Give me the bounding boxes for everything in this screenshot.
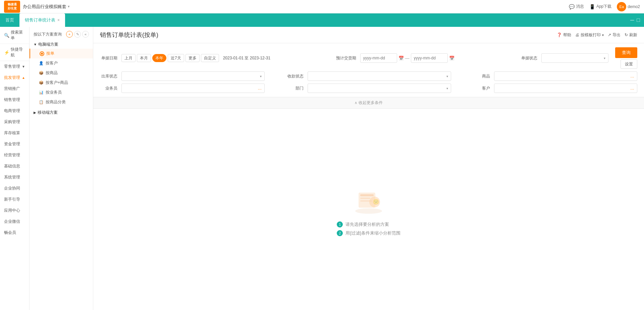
customer-select[interactable]: … [494, 84, 637, 93]
collapse-button[interactable]: ∧ 收起更多条件 [355, 100, 383, 106]
message-button[interactable]: 💬 消息 [569, 4, 584, 9]
sidebar-item-ecommerce[interactable]: 电商管理 [0, 105, 29, 116]
salesman-more-icon[interactable]: … [258, 86, 262, 91]
sidebar-item-sales[interactable]: 销售管理 [0, 94, 29, 105]
scheme-item-by-goods[interactable]: 📦 按商品 [30, 68, 93, 78]
date-btn-last-month[interactable]: 上月 [121, 54, 136, 62]
tab-home[interactable]: 首页 [0, 13, 19, 27]
scheme-panel: 按以下方案查询 + ✎ « ▼ 电脑端方案 按单 👤 按客户 [30, 27, 93, 310]
sidebar-quick-nav[interactable]: ⚡ 快捷导航 [0, 44, 29, 61]
avatar-text: Ea [620, 5, 624, 9]
date-btn-more[interactable]: 更多 [185, 54, 200, 62]
single-status-select[interactable]: ▾ [541, 53, 608, 63]
salesman-select[interactable]: … [121, 84, 265, 93]
tab-sales-order[interactable]: 销售订单统计表 × [19, 13, 65, 27]
category-arrow-right: ▶ [34, 111, 36, 114]
tab-home-label: 首页 [5, 17, 14, 23]
tab-minimize-icon[interactable]: ─ [630, 17, 634, 23]
scheme-item-by-customer-icon: 👤 [39, 61, 44, 65]
dept-select[interactable]: ▾ [308, 84, 451, 93]
filter-row-3: 业务员 … 部门 ▾ 客户 … [100, 84, 637, 93]
sidebar-item-retail[interactable]: 零售管理 ▼ [0, 61, 29, 72]
goods-select[interactable]: … [494, 71, 637, 81]
customer-more-icon[interactable]: … [630, 86, 634, 91]
refresh-button[interactable]: ↻ 刷新 [625, 32, 637, 38]
goods-more-icon[interactable]: … [630, 74, 634, 79]
sidebar-item-inventory-label: 库存核算 [4, 130, 20, 136]
export-icon: ↗ [608, 33, 611, 37]
sidebar-item-vip[interactable]: 畅会员 [0, 227, 29, 238]
scheme-item-by-customer-goods-icon: 📦 [39, 81, 44, 85]
scheme-item-by-category[interactable]: 📋 按商品分类 [30, 97, 93, 107]
delivery-status-select[interactable]: ▾ [121, 71, 265, 81]
scheme-item-by-customer-goods[interactable]: 📦 按客户+商品 [30, 78, 93, 88]
scheme-add-button[interactable]: + [66, 31, 73, 38]
scheme-item-by-salesman-label: 按业务员 [46, 90, 62, 95]
scheme-item-by-customer-label: 按客户 [46, 60, 58, 66]
scheme-item-by-order[interactable]: 按单 [30, 49, 93, 58]
app-title-dropdown[interactable]: 办公用品行业模拟账套 ▾ [23, 4, 70, 10]
main-content: 销售订单统计表(按单) ❓ 帮助 🖨 按模板打印 ▾ ↗ 导出 [93, 27, 644, 310]
calendar-icon-right[interactable]: 📅 [449, 56, 454, 61]
scheme-item-by-goods-label: 按商品 [46, 70, 58, 76]
scheme-item-by-salesman-icon: 📊 [39, 90, 44, 95]
svg-point-0 [355, 208, 382, 214]
logo: 畅捷通好生意 [4, 1, 20, 13]
print-button[interactable]: 🖨 按模板打印 ▾ [575, 32, 604, 38]
main-layout: 🔍 搜索菜单 ⚡ 快捷导航 零售管理 ▼ 批发管理 ▲ 营销推广 销售管理 电商… [0, 27, 644, 310]
logo-text: 畅捷通好生意 [8, 3, 17, 10]
calendar-icon-left[interactable]: 📅 [398, 56, 404, 61]
sidebar-item-inventory[interactable]: 库存核算 [0, 127, 29, 139]
category-arrow-down: ▼ [34, 43, 37, 46]
scheme-collapse-button[interactable]: « [82, 31, 89, 38]
date-btn-this-month[interactable]: 本月 [137, 54, 151, 62]
sidebar-item-finance[interactable]: 资金管理 [0, 139, 29, 150]
sidebar-search-menu[interactable]: 🔍 搜索菜单 [0, 27, 29, 44]
sidebar-item-basic-info[interactable]: 基础信息 [0, 161, 29, 172]
quick-nav-icon: ⚡ [4, 50, 9, 55]
user-name: demo2 [628, 4, 640, 9]
scheme-item-by-salesman[interactable]: 📊 按业务员 [30, 88, 93, 97]
sidebar-item-retail-label: 零售管理 [4, 64, 20, 69]
empty-hint-1: 1 请先选择要分析的方案 [337, 221, 400, 227]
page-title: 销售订单统计表(按单) [100, 31, 158, 43]
help-button[interactable]: ❓ 帮助 [557, 32, 571, 38]
collapse-bar[interactable]: ∧ 收起更多条件 [93, 97, 644, 109]
empty-illustration: 😕 [348, 183, 389, 216]
message-label: 消息 [576, 4, 584, 9]
scheme-edit-button[interactable]: ✎ [74, 31, 81, 38]
query-button[interactable]: 查询 [615, 47, 637, 58]
expected-date-start-input[interactable] [360, 53, 397, 63]
export-button[interactable]: ↗ 导出 [608, 32, 621, 38]
date-btn-this-year[interactable]: 本年 [152, 54, 166, 62]
sidebar-item-newbie[interactable]: 新手引导 [0, 194, 29, 205]
scheme-category-mobile[interactable]: ▶ 移动端方案 [30, 108, 93, 117]
sidebar-item-wechat[interactable]: 企业微信 [0, 216, 29, 227]
sidebar-item-app-center[interactable]: 应用中心 [0, 205, 29, 216]
scheme-category-desktop[interactable]: ▼ 电脑端方案 [30, 40, 93, 49]
tab-close-icon[interactable]: × [57, 18, 60, 22]
user-menu[interactable]: Ea demo2 [617, 2, 640, 11]
refresh-icon: ↻ [625, 33, 628, 37]
customer-label: 客户 [473, 86, 490, 91]
sidebar-item-marketing[interactable]: 营销推广 [0, 83, 29, 94]
top-bar: 畅捷通好生意 办公用品行业模拟账套 ▾ 💬 消息 📱 App下载 Ea demo… [0, 0, 644, 13]
date-btn-last7days[interactable]: 近7天 [168, 54, 184, 62]
sidebar-item-wholesale[interactable]: 批发管理 ▲ [0, 72, 29, 83]
sidebar-item-purchase[interactable]: 采购管理 [0, 116, 29, 127]
tab-maximize-icon[interactable]: □ [637, 17, 640, 23]
payment-status-select[interactable]: ▾ [308, 71, 451, 81]
scheme-panel-actions: + ✎ « [66, 31, 89, 38]
sidebar-item-operations[interactable]: 经营管理 [0, 150, 29, 161]
print-icon: 🖨 [575, 33, 579, 37]
expected-date-end-input[interactable] [411, 53, 448, 63]
sidebar-item-enterprise[interactable]: 企业协同 [0, 183, 29, 194]
scheme-item-by-customer[interactable]: 👤 按客户 [30, 58, 93, 68]
date-btn-custom[interactable]: 自定义 [201, 54, 219, 62]
app-download-button[interactable]: 📱 App下载 [589, 4, 611, 9]
scheme-item-by-category-label: 按商品分类 [46, 99, 66, 105]
search-icon: 🔍 [4, 33, 9, 38]
settings-button[interactable]: 设置 [621, 59, 637, 69]
sidebar-item-system[interactable]: 系统管理 [0, 172, 29, 183]
print-dropdown-icon: ▾ [602, 33, 604, 37]
